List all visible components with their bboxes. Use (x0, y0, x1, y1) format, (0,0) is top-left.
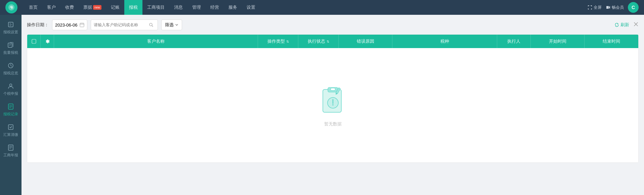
sidebar-item-tax-settings[interactable]: 报税设置 (0, 17, 22, 38)
nav-message[interactable]: 消息 (169, 0, 187, 15)
nav-badge-new: new (93, 5, 101, 10)
svg-rect-8 (80, 23, 84, 27)
th-op-type[interactable]: 操作类型 ⇅ (258, 35, 298, 48)
batch-tax-icon (7, 41, 14, 49)
fullscreen-icon (588, 5, 592, 10)
th-exec-status[interactable]: 执行状态 ⇅ (298, 35, 339, 48)
svg-point-0 (11, 7, 12, 8)
svg-rect-13 (331, 88, 335, 90)
svg-rect-7 (8, 145, 13, 150)
sidebar-label-annual-settlement: 汇算清缴 (3, 132, 18, 137)
empty-state: 暂无数据 (304, 70, 361, 141)
nav-business[interactable]: 工商项目 (142, 0, 169, 15)
sidebar-label-tax-record: 报税记录 (3, 112, 18, 117)
gear-icon (45, 39, 50, 44)
svg-rect-10 (32, 39, 36, 43)
th-error-reason: 错误原因 (339, 35, 392, 48)
toolbar-right: 刷新 (614, 22, 639, 28)
nav-invoice[interactable]: 票据 new (79, 0, 106, 15)
nav-operation[interactable]: 经营 (206, 0, 224, 15)
search-input[interactable] (94, 23, 147, 27)
search-box[interactable] (91, 20, 158, 30)
svg-point-15 (332, 104, 334, 106)
nav-tax[interactable]: 报税 (124, 0, 142, 15)
close-button[interactable] (633, 22, 639, 28)
sidebar-item-personal-tax[interactable]: 个税申报 (0, 79, 22, 100)
sidebar-item-tax-record[interactable]: 报税记录 (0, 100, 22, 120)
main-content: 操作日期： 2023-06-06 筛选 (22, 15, 644, 195)
sidebar-item-batch-tax[interactable]: 批量报税 (0, 38, 22, 58)
nav-items: 首页 客户 收费 票据 new 记账 报税 工商项目 消息 管理 经营 服务 设… (24, 0, 588, 15)
layout: 报税设置 批量报税 报税总览 (0, 15, 644, 195)
nav-home[interactable]: 首页 (24, 0, 42, 15)
sort-op-icon: ⇅ (286, 40, 289, 43)
calendar-icon (80, 23, 84, 27)
tax-record-icon (7, 103, 14, 110)
sidebar-label-tax-overview: 报税总览 (3, 71, 18, 76)
table-body: 暂无数据 (27, 48, 638, 162)
fullscreen-button[interactable]: 全屏 (588, 5, 602, 10)
svg-rect-6 (8, 125, 13, 129)
tax-settings-icon (7, 21, 14, 28)
video-icon (606, 5, 610, 10)
sidebar-item-tax-overview[interactable]: 报税总览 (0, 58, 22, 79)
filter-button[interactable]: 筛选 (161, 20, 182, 30)
refresh-label: 刷新 (620, 22, 629, 28)
sidebar-label-annual-report: 工商年报 (3, 153, 18, 158)
sort-status-icon: ⇅ (327, 40, 329, 43)
sidebar-label-tax-settings: 报税设置 (3, 30, 18, 35)
table-wrap: 客户名称 操作类型 ⇅ 执行状态 ⇅ 错误原因 税种 执行人 (27, 34, 639, 163)
th-end-time: 结束时间 (585, 35, 638, 48)
sidebar-label-batch-tax: 批量报税 (3, 50, 18, 55)
sidebar: 报税设置 批量报税 报税总览 (0, 15, 22, 195)
empty-illustration (318, 83, 348, 117)
logo[interactable] (5, 1, 17, 13)
empty-text: 暂无数据 (324, 121, 342, 127)
date-picker[interactable]: 2023-06-06 (52, 20, 87, 30)
sidebar-item-annual-report[interactable]: 工商年报 (0, 141, 22, 161)
date-value: 2023-06-06 (55, 23, 78, 28)
filter-label: 筛选 (165, 22, 174, 28)
th-checkbox[interactable] (27, 35, 41, 48)
date-label: 操作日期： (27, 22, 49, 28)
close-icon (633, 22, 639, 27)
nav-bookkeeping[interactable]: 记账 (106, 0, 124, 15)
annual-settlement-icon (7, 123, 14, 131)
annual-report-icon (7, 144, 14, 151)
toolbar: 操作日期： 2023-06-06 筛选 (27, 20, 639, 30)
top-nav: 首页 客户 收费 票据 new 记账 报税 工商项目 消息 管理 经营 服务 设… (0, 0, 644, 15)
refresh-button[interactable]: 刷新 (614, 22, 629, 28)
top-nav-right: 全屏 畅会员 C (588, 2, 639, 13)
nav-service[interactable]: 服务 (224, 0, 242, 15)
table-header: 客户名称 操作类型 ⇅ 执行状态 ⇅ 错误原因 税种 执行人 (27, 35, 638, 48)
nav-settings[interactable]: 设置 (242, 0, 260, 15)
th-executor: 执行人 (497, 35, 531, 48)
avatar[interactable]: C (628, 2, 639, 13)
th-tax-type: 税种 (392, 35, 497, 48)
sidebar-label-personal-tax: 个税申报 (3, 91, 18, 96)
nav-customer[interactable]: 客户 (42, 0, 60, 15)
nav-fee[interactable]: 收费 (60, 0, 79, 15)
checkbox-icon (32, 39, 36, 44)
th-name: 客户名称 (54, 35, 258, 48)
nav-manage[interactable]: 管理 (187, 0, 206, 15)
svg-point-4 (10, 84, 12, 86)
personal-tax-icon (7, 82, 14, 90)
sidebar-item-annual-settlement[interactable]: 汇算清缴 (0, 120, 22, 141)
tax-overview-icon (7, 62, 14, 69)
member-button[interactable]: 畅会员 (606, 5, 624, 10)
chevron-down-icon (175, 23, 178, 27)
th-gear[interactable] (41, 35, 54, 48)
search-icon (149, 23, 154, 27)
refresh-icon (614, 23, 619, 27)
th-start-time: 开始时间 (531, 35, 585, 48)
